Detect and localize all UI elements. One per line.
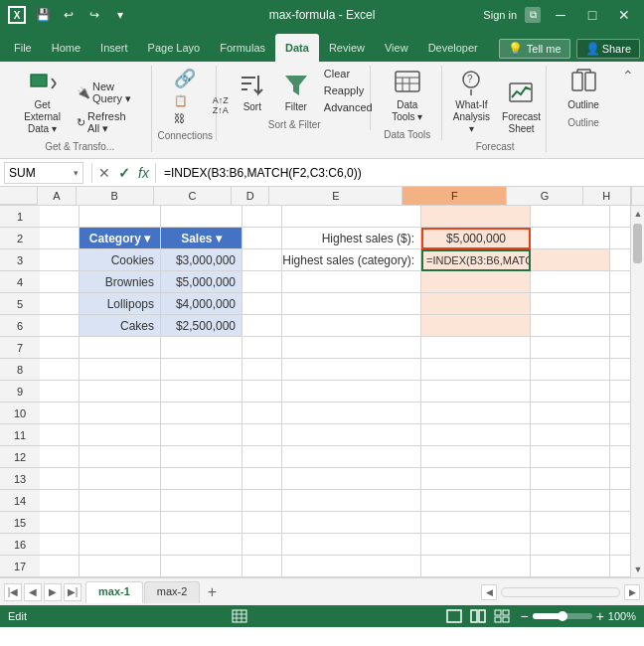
cell-g8[interactable] xyxy=(531,359,610,381)
cell-e16[interactable] xyxy=(282,534,421,556)
cell-g4[interactable] xyxy=(531,271,610,293)
cell-c12[interactable] xyxy=(161,446,242,468)
cell-c6[interactable]: $2,500,000 xyxy=(161,315,242,337)
cell-f13[interactable] xyxy=(421,468,531,490)
get-external-data-button[interactable]: Get ExternalData ▾ xyxy=(16,66,69,137)
tab-insert[interactable]: Insert xyxy=(90,34,138,62)
cell-e8[interactable] xyxy=(282,359,421,381)
add-sheet-button[interactable]: + xyxy=(201,581,223,603)
tab-data[interactable]: Data xyxy=(275,34,319,62)
cell-c17[interactable] xyxy=(161,556,242,577)
zoom-out-button[interactable]: − xyxy=(520,608,528,624)
cell-f3[interactable]: =INDEX(B3:B6,MATCH(F2,C3:C6,0))| xyxy=(421,249,531,271)
cell-g11[interactable] xyxy=(531,424,610,446)
col-header-d[interactable]: D xyxy=(232,187,269,205)
signin-button[interactable]: Sign in xyxy=(483,9,517,21)
cell-g12[interactable] xyxy=(531,446,610,468)
scrollbar-thumb[interactable] xyxy=(633,224,642,263)
cell-c7[interactable] xyxy=(161,337,242,359)
cell-e10[interactable] xyxy=(282,403,421,424)
cell-b10[interactable] xyxy=(80,403,161,424)
cell-d4[interactable] xyxy=(242,271,282,293)
row-header-7[interactable]: 7 xyxy=(0,337,40,359)
cell-b14[interactable] xyxy=(80,490,161,512)
tab-view[interactable]: View xyxy=(375,34,418,62)
cell-f11[interactable] xyxy=(421,424,531,446)
name-box[interactable]: SUM ▾ xyxy=(4,162,83,184)
cell-h3[interactable] xyxy=(610,249,630,271)
row-header-4[interactable]: 4 xyxy=(0,271,40,293)
row-header-10[interactable]: 10 xyxy=(0,403,40,424)
save-button[interactable]: 💾 xyxy=(32,4,54,26)
cell-a6[interactable] xyxy=(40,315,80,337)
restore-button[interactable]: ⧉ xyxy=(525,7,541,23)
cell-e13[interactable] xyxy=(282,468,421,490)
cell-c8[interactable] xyxy=(161,359,242,381)
cell-f6[interactable] xyxy=(421,315,531,337)
cell-a15[interactable] xyxy=(40,512,80,534)
cell-c3[interactable]: $3,000,000 xyxy=(161,249,242,271)
cell-f8[interactable] xyxy=(421,359,531,381)
col-header-e[interactable]: E xyxy=(269,187,402,205)
cancel-icon[interactable]: ✕ xyxy=(96,163,112,183)
cell-c13[interactable] xyxy=(161,468,242,490)
undo-button[interactable]: ↩ xyxy=(58,4,80,26)
cell-c14[interactable] xyxy=(161,490,242,512)
cell-d10[interactable] xyxy=(242,403,282,424)
cell-g10[interactable] xyxy=(531,403,610,424)
sheet-tab-max1[interactable]: max-1 xyxy=(85,581,143,603)
sort-button[interactable]: Sort xyxy=(233,68,272,115)
cell-a17[interactable] xyxy=(40,556,80,577)
formula-input[interactable]: =INDEX(B3:B6,MATCH(F2,C3:C6,0)) xyxy=(160,166,640,180)
cell-g5[interactable] xyxy=(531,293,610,315)
cell-d2[interactable] xyxy=(242,228,282,249)
cell-e15[interactable] xyxy=(282,512,421,534)
cell-c5[interactable]: $4,000,000 xyxy=(161,293,242,315)
cell-a5[interactable] xyxy=(40,293,80,315)
cell-f14[interactable] xyxy=(421,490,531,512)
tab-developer[interactable]: Developer xyxy=(418,34,488,62)
cell-a14[interactable] xyxy=(40,490,80,512)
cell-h7[interactable] xyxy=(610,337,630,359)
h-scroll-right[interactable]: ▶ xyxy=(624,584,640,600)
cell-e11[interactable] xyxy=(282,424,421,446)
outline-button[interactable]: Outline xyxy=(564,66,603,113)
confirm-icon[interactable]: ✓ xyxy=(116,163,132,183)
clear-button[interactable]: Clear xyxy=(320,66,377,81)
cell-f12[interactable] xyxy=(421,446,531,468)
col-header-c[interactable]: C xyxy=(154,187,232,205)
sheet-scroll-next[interactable]: ▶ xyxy=(44,583,62,601)
col-header-g[interactable]: G xyxy=(507,187,582,205)
cell-g17[interactable] xyxy=(531,556,610,577)
cell-d9[interactable] xyxy=(242,381,282,403)
reapply-button[interactable]: Reapply xyxy=(320,82,377,98)
cell-c1[interactable] xyxy=(161,206,242,228)
cell-e1[interactable] xyxy=(282,206,421,228)
cell-b17[interactable] xyxy=(80,556,161,577)
cell-b8[interactable] xyxy=(80,359,161,381)
cell-b2[interactable]: Category ▾ xyxy=(80,228,161,249)
sheet-scroll-first[interactable]: |◀ xyxy=(4,583,22,601)
cell-e9[interactable] xyxy=(282,381,421,403)
cell-h12[interactable] xyxy=(610,446,630,468)
cell-d3[interactable] xyxy=(242,249,282,271)
cell-d14[interactable] xyxy=(242,490,282,512)
cell-d12[interactable] xyxy=(242,446,282,468)
status-sheet-icon[interactable] xyxy=(232,609,247,623)
row-header-14[interactable]: 14 xyxy=(0,490,40,512)
tab-home[interactable]: Home xyxy=(42,34,90,62)
cell-c11[interactable] xyxy=(161,424,242,446)
cell-c2[interactable]: Sales ▾ xyxy=(161,228,242,249)
share-button[interactable]: 👤 Share xyxy=(576,39,640,59)
cell-e6[interactable] xyxy=(282,315,421,337)
cell-b7[interactable] xyxy=(80,337,161,359)
cell-g2[interactable] xyxy=(531,228,610,249)
cell-f16[interactable] xyxy=(421,534,531,556)
cell-h2[interactable] xyxy=(610,228,630,249)
cell-a11[interactable] xyxy=(40,424,80,446)
cell-h17[interactable] xyxy=(610,556,630,577)
col-header-a[interactable]: A xyxy=(38,187,76,205)
vertical-scrollbar[interactable]: ▲ ▼ xyxy=(630,206,644,577)
cell-b15[interactable] xyxy=(80,512,161,534)
zoom-handle[interactable] xyxy=(558,611,567,621)
